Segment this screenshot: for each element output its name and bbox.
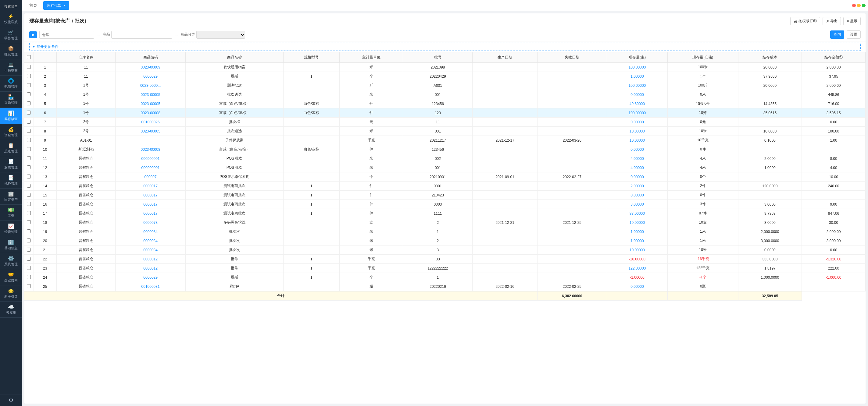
- row-checkbox[interactable]: [24, 218, 34, 227]
- goods-input[interactable]: [111, 31, 172, 39]
- category-select[interactable]: [196, 31, 245, 39]
- goods-code-link[interactable]: 0000029: [143, 275, 158, 280]
- qty-main-link[interactable]: 10.00000: [629, 221, 645, 225]
- row-checkbox[interactable]: [24, 145, 34, 154]
- qty-main-link[interactable]: 0.00000: [630, 93, 644, 97]
- select-all-checkbox[interactable]: [27, 55, 31, 59]
- row-checkbox[interactable]: [24, 172, 34, 181]
- sidebar-search[interactable]: 搜索菜单: [0, 2, 22, 11]
- sidebar-item-enterprise[interactable]: 🤝 企业协同: [0, 269, 22, 285]
- sidebar-item-payroll[interactable]: 💵 工资: [0, 205, 22, 221]
- qty-main-link[interactable]: 10.00000: [629, 129, 645, 133]
- row-checkbox[interactable]: [24, 81, 34, 90]
- row-checkbox[interactable]: [24, 209, 34, 218]
- qty-main-link[interactable]: 0.00000: [630, 284, 644, 289]
- qty-main-link[interactable]: 4.00000: [630, 166, 644, 170]
- window-close-button[interactable]: [852, 4, 856, 7]
- sidebar-item-invoice[interactable]: 🧾 发票管理: [0, 156, 22, 172]
- row-checkbox[interactable]: [24, 154, 34, 163]
- qty-main-link[interactable]: -16.00000: [629, 257, 645, 261]
- qty-main-link[interactable]: 1.00000: [630, 239, 644, 243]
- goods-code-link[interactable]: 0000017: [143, 211, 158, 216]
- goods-code-link[interactable]: 0000017: [143, 193, 158, 197]
- goods-code-link[interactable]: 001000031: [142, 284, 160, 289]
- row-checkbox[interactable]: [24, 200, 34, 209]
- qty-main-link[interactable]: 100.00000: [629, 65, 646, 69]
- sidebar-item-ecom[interactable]: 🌐 电商管理: [0, 75, 22, 92]
- goods-code-link[interactable]: 000900001: [142, 166, 160, 170]
- expand-conditions-button[interactable]: ▼ 展开更多条件: [29, 43, 861, 51]
- sidebar-item-inventory[interactable]: 📊 库存核查: [0, 108, 22, 124]
- qty-main-link[interactable]: 0.00000: [630, 175, 644, 179]
- sidebar-item-biz-mgmt[interactable]: 📈 经营管理: [0, 221, 22, 237]
- goods-code-link[interactable]: 0023-0000...: [140, 83, 161, 88]
- row-checkbox[interactable]: [24, 63, 34, 72]
- goods-code-link[interactable]: 0023-00009: [141, 65, 160, 69]
- qty-main-link[interactable]: 1.00000: [630, 74, 644, 78]
- row-checkbox[interactable]: [24, 273, 34, 282]
- goods-code-link[interactable]: 0000084: [143, 230, 158, 234]
- row-checkbox[interactable]: [24, 245, 34, 255]
- display-button[interactable]: ≡ 显示: [843, 17, 861, 25]
- row-checkbox[interactable]: [24, 282, 34, 292]
- sidebar-item-general[interactable]: 📋 总账管理: [0, 140, 22, 156]
- settings-button[interactable]: 设置: [847, 30, 861, 39]
- table-container[interactable]: 仓库名称 商品编码 商品名称 规格型号 主计量单位 批号 生产日期 失效日期 现…: [24, 53, 866, 404]
- row-checkbox[interactable]: [24, 99, 34, 108]
- row-checkbox[interactable]: [24, 163, 34, 172]
- sidebar-item-purchase[interactable]: 🏪 采购管理: [0, 92, 22, 108]
- qty-main-link[interactable]: 122.00000: [629, 266, 646, 270]
- qty-main-link[interactable]: 0.00000: [630, 193, 644, 197]
- goods-code-link[interactable]: 0023-00005: [141, 102, 160, 106]
- row-checkbox[interactable]: [24, 127, 34, 136]
- goods-code-link[interactable]: 0000012: [143, 266, 158, 270]
- sidebar-item-wholesale[interactable]: 📦 批发管理: [0, 43, 22, 59]
- sidebar-item-mini-ecom[interactable]: 💻 小额电商: [0, 59, 22, 75]
- row-checkbox[interactable]: [24, 236, 34, 245]
- tab-active-inventory[interactable]: 库存批次 ×: [43, 1, 69, 10]
- row-checkbox[interactable]: [24, 255, 34, 264]
- qty-main-link[interactable]: 3.00000: [630, 202, 644, 206]
- row-checkbox[interactable]: [24, 191, 34, 200]
- qty-main-link[interactable]: -1.00000: [630, 275, 644, 280]
- qty-main-link[interactable]: 0.00000: [630, 147, 644, 152]
- qty-main-link[interactable]: 87.00000: [629, 211, 645, 216]
- row-checkbox[interactable]: [24, 181, 34, 191]
- goods-dots[interactable]: ...: [175, 32, 178, 37]
- sidebar-item-new-user[interactable]: 🌟 新手引导: [0, 285, 22, 302]
- export-button[interactable]: ↗ 导出: [823, 17, 841, 25]
- goods-code-link[interactable]: 001000026: [142, 120, 160, 124]
- tab-home[interactable]: 首页: [24, 0, 42, 11]
- goods-code-link[interactable]: 0000078: [143, 221, 158, 225]
- goods-code-link[interactable]: 0000029: [143, 74, 158, 78]
- sidebar-item-quick-nav[interactable]: ⚡ 快捷导航: [0, 11, 22, 27]
- sidebar-item-tax[interactable]: 📑 税务管理: [0, 172, 22, 189]
- qty-main-link[interactable]: 1.00000: [630, 230, 644, 234]
- qty-main-link[interactable]: 100.00000: [629, 111, 646, 115]
- row-checkbox[interactable]: [24, 90, 34, 99]
- goods-code-link[interactable]: 0023-00008: [141, 147, 160, 152]
- goods-code-link[interactable]: 000097: [145, 175, 157, 179]
- goods-code-link[interactable]: 0023-00005: [141, 129, 160, 133]
- sidebar-item-cloud-app[interactable]: ☁️ 云应用: [0, 302, 22, 318]
- goods-code-link[interactable]: 0023-00005: [141, 93, 160, 97]
- row-checkbox[interactable]: [24, 227, 34, 236]
- qty-main-link[interactable]: 4.00000: [630, 157, 644, 161]
- query-button[interactable]: 查询: [830, 30, 844, 39]
- goods-code-link[interactable]: 000900001: [142, 157, 160, 161]
- row-checkbox[interactable]: [24, 136, 34, 145]
- goods-code-link[interactable]: 0000084: [143, 248, 158, 252]
- goods-code-link[interactable]: 0000017: [143, 184, 158, 188]
- qty-main-link[interactable]: 0.00000: [630, 120, 644, 124]
- sidebar-item-basic-info[interactable]: ℹ️ 基础信息: [0, 237, 22, 253]
- goods-code-link[interactable]: 0000012: [143, 257, 158, 261]
- sidebar-settings-button[interactable]: ⚙: [0, 394, 22, 406]
- row-checkbox[interactable]: [24, 117, 34, 127]
- qty-main-link[interactable]: 49.60000: [629, 102, 645, 106]
- goods-code-link[interactable]: 0000017: [143, 202, 158, 206]
- sidebar-item-fixed-asset[interactable]: 🏢 固定资产: [0, 189, 22, 205]
- qty-main-link[interactable]: 2.00000: [630, 184, 644, 188]
- window-max-button[interactable]: [862, 4, 866, 7]
- sidebar-item-asset[interactable]: 💰 资金管理: [0, 124, 22, 140]
- tab-close-button[interactable]: ×: [63, 1, 66, 10]
